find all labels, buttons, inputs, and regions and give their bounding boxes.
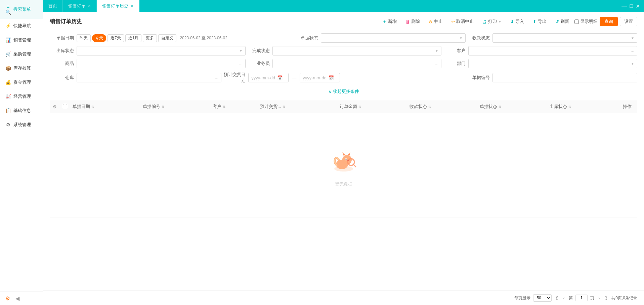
collapse-sidebar-icon[interactable]: ◀ — [15, 295, 19, 302]
customer-control[interactable]: ··· — [468, 46, 637, 55]
col-payment-status-sort[interactable]: ⇅ — [428, 105, 431, 109]
date-btn-today[interactable]: 今天 — [92, 34, 106, 42]
tab-history-close[interactable]: ✕ — [130, 4, 134, 8]
window-minimize-btn[interactable]: — — [621, 3, 627, 9]
col-out-status-sort[interactable]: ⇅ — [568, 105, 571, 109]
tab-sales-order-history[interactable]: 销售订单历史 ✕ — [97, 0, 139, 12]
col-payment-status: 收款状态 ⇅ — [407, 100, 477, 113]
doc-no-input[interactable] — [492, 73, 637, 82]
date-btn-more[interactable]: 更多 — [143, 34, 157, 42]
payment-status-control[interactable]: ▼ — [492, 33, 637, 43]
department-select[interactable]: ▼ — [468, 59, 637, 68]
sidebar-item-system-mgmt[interactable]: ⚙ 系统管理 — [0, 118, 43, 132]
empty-illustration — [327, 144, 360, 177]
date-btn-1month[interactable]: 近1月 — [125, 34, 142, 42]
col-doc-status: 单据状态 ⇅ — [477, 100, 547, 113]
col-doc-date-sort[interactable]: ⇅ — [91, 105, 94, 109]
window-close-btn[interactable]: ✕ — [636, 3, 640, 9]
date-btn-yesterday[interactable]: 昨天 — [77, 34, 91, 42]
col-order-amount-sort[interactable]: ⇅ — [358, 105, 361, 109]
delete-button[interactable]: 🗑 删除 — [402, 17, 423, 26]
cancel-stop-button[interactable]: ↩ 取消中止 — [448, 17, 477, 26]
topbar: 首页 销售订单 ✕ 销售订单历史 ✕ — □ ✕ — [43, 0, 644, 12]
col-expected-date-sort[interactable]: ⇅ — [283, 105, 285, 109]
import-label: 导入 — [515, 18, 524, 25]
display-cols-toggle[interactable]: 显示明细 — [574, 18, 598, 25]
print-button[interactable]: 🖨 打印 ▼ — [479, 17, 505, 26]
sidebar-item-purchase-mgmt[interactable]: 🛒 采购管理 — [0, 47, 43, 61]
sidebar-item-quick-nav[interactable]: ⚡ 快捷导航 — [0, 19, 43, 33]
col-customer-sort[interactable]: ⇅ — [223, 105, 225, 109]
settings-bottom-icon[interactable]: ⚙ — [5, 295, 10, 302]
customer-input[interactable]: ··· — [468, 46, 637, 55]
out-status-select[interactable]: ▼ — [77, 46, 246, 55]
sidebar-item-operations[interactable]: 📈 经营管理 — [0, 89, 43, 104]
col-doc-date: 单据日期 ⇅ — [70, 100, 140, 113]
export-button[interactable]: ⬆ 导出 — [529, 17, 550, 26]
sidebar-item-basic-info[interactable]: 📋 基础信息 — [0, 104, 43, 118]
export-icon: ⬆ — [533, 19, 536, 24]
query-button[interactable]: 查询 — [600, 17, 618, 26]
expected-delivery-start[interactable]: yyyy-mm-dd 📅 — [248, 73, 289, 82]
per-page-select[interactable]: 50 10 20 100 — [533, 294, 552, 302]
sidebar-item-inventory[interactable]: 📦 库存核算 — [0, 61, 43, 75]
doc-status-select[interactable]: ▼ — [321, 33, 466, 43]
date-btn-custom[interactable]: 自定义 — [158, 34, 176, 42]
complete-status-control[interactable]: ▼ — [272, 46, 441, 55]
select-all-checkbox[interactable] — [63, 104, 67, 108]
page-first-btn[interactable]: ⟪ — [554, 295, 559, 301]
out-status-control[interactable]: ▼ — [77, 46, 246, 55]
main-area: 首页 销售订单 ✕ 销售订单历史 ✕ — □ ✕ 销售订单历史 ＋ 新增 — [43, 0, 644, 305]
table-settings-icon[interactable]: ⚙ — [53, 104, 57, 109]
date-btn-7days[interactable]: 近7天 — [108, 34, 124, 42]
import-button[interactable]: ⬇ 导入 — [507, 17, 527, 26]
expected-delivery-end[interactable]: yyyy-mm-dd 📅 — [300, 73, 340, 82]
salesperson-label: 业务员 — [246, 61, 272, 67]
tab-home[interactable]: 首页 — [43, 0, 63, 12]
page-last-btn[interactable]: ⟫ — [604, 295, 609, 301]
col-doc-no-sort[interactable]: ⇅ — [162, 105, 164, 109]
cancel-stop-label: 取消中止 — [456, 18, 474, 25]
table-checkbox-col[interactable] — [60, 100, 70, 113]
calendar-start-icon: 📅 — [277, 75, 283, 80]
quick-nav-icon: ⚡ — [5, 23, 11, 29]
doc-no-control[interactable] — [492, 73, 637, 82]
payment-status-label: 收款状态 — [466, 35, 492, 41]
page-prev-btn[interactable]: ‹ — [562, 295, 566, 301]
display-cols-checkbox[interactable] — [574, 20, 579, 24]
search-menu-icon: ≡🔍 — [5, 4, 11, 15]
export-label: 导出 — [538, 18, 547, 25]
col-doc-status-sort[interactable]: ⇅ — [499, 105, 501, 109]
sidebar-item-label: 采购管理 — [13, 51, 31, 57]
stop-button[interactable]: ⊘ 中止 — [425, 17, 446, 26]
payment-status-select[interactable]: ▼ — [492, 33, 637, 43]
page-number-input[interactable] — [575, 295, 588, 301]
window-maximize-btn[interactable]: □ — [630, 3, 633, 9]
salesperson-input[interactable]: ··· — [272, 59, 441, 68]
sidebar-item-search-menu[interactable]: ≡🔍 搜索菜单 — [0, 0, 43, 19]
product-control[interactable]: ··· — [77, 59, 246, 68]
doc-status-control[interactable]: ▼ — [321, 33, 466, 43]
sidebar-item-sales-mgmt[interactable]: 📊 销售管理 — [0, 33, 43, 47]
warehouse-control[interactable]: ··· — [77, 73, 221, 82]
settings-button[interactable]: 设置 — [620, 17, 637, 26]
page-next-btn[interactable]: › — [597, 295, 601, 301]
finance-icon: 💰 — [5, 80, 11, 85]
collapse-button[interactable]: ∧ 收起更多条件 — [50, 87, 637, 96]
complete-status-select[interactable]: ▼ — [272, 46, 441, 55]
tab-sales-order-close[interactable]: ✕ — [88, 4, 91, 8]
customer-label: 客户 — [441, 48, 468, 54]
sidebar-item-finance[interactable]: 💰 资金管理 — [0, 75, 43, 89]
sidebar-item-label: 资金管理 — [13, 79, 31, 85]
tab-sales-order[interactable]: 销售订单 ✕ — [63, 0, 97, 12]
warehouse-input[interactable]: ··· — [77, 73, 221, 82]
table-settings-col[interactable]: ⚙ — [50, 100, 60, 113]
salesperson-control[interactable]: ··· — [272, 59, 441, 68]
customer-dots: ··· — [631, 48, 634, 53]
system-mgmt-icon: ⚙ — [5, 122, 11, 127]
stop-icon: ⊘ — [429, 19, 432, 24]
new-button[interactable]: ＋ 新增 — [379, 17, 400, 26]
product-input[interactable]: ··· — [77, 59, 246, 68]
refresh-button[interactable]: ↺ 刷新 — [552, 17, 572, 26]
department-control[interactable]: ▼ — [468, 59, 637, 68]
